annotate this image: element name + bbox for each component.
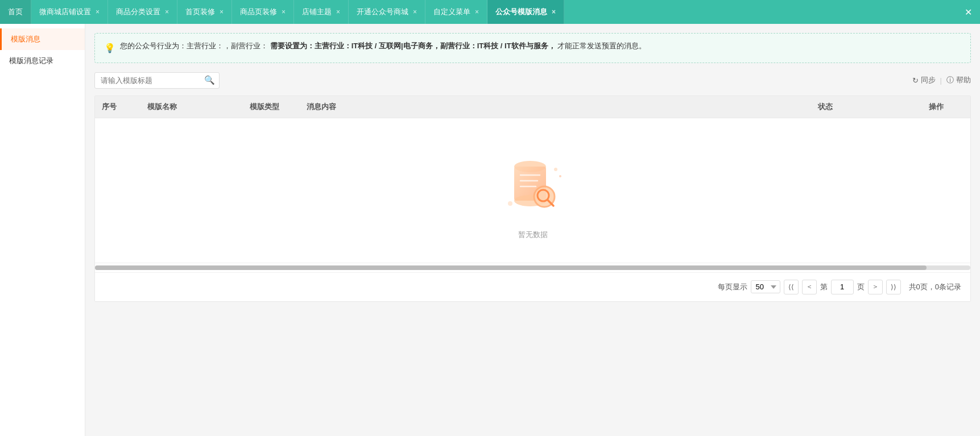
help-icon: ⓘ <box>946 75 954 85</box>
col-header-action: 操作 <box>902 96 970 118</box>
col-header-type: 模版类型 <box>243 96 300 118</box>
nav-tab-home[interactable]: 首页 <box>0 0 31 24</box>
empty-text: 暂无数据 <box>518 230 548 240</box>
col-header-content: 消息内容 <box>300 96 811 118</box>
page-size-label: 每页显示 <box>718 282 747 292</box>
close-tab-custom-menu[interactable]: × <box>475 8 479 16</box>
nav-tab-template-msg[interactable]: 公众号模版消息× <box>487 0 564 24</box>
nav-tab-product-decor[interactable]: 商品页装修× <box>232 0 294 24</box>
horizontal-scrollbar[interactable] <box>95 265 970 270</box>
nav-tab-home-decor[interactable]: 首页装修× <box>177 0 232 24</box>
svg-point-9 <box>554 168 557 171</box>
search-input-wrap: 🔍 <box>94 72 220 89</box>
nav-tab-micro-shop[interactable]: 微商城店铺设置× <box>31 0 108 24</box>
close-tab-open-mall[interactable]: × <box>413 8 417 16</box>
help-button[interactable]: ⓘ 帮助 <box>946 75 971 85</box>
nav-tab-product-category[interactable]: 商品分类设置× <box>108 0 177 24</box>
sync-button[interactable]: ↻ 同步 <box>912 75 936 85</box>
sync-label: 同步 <box>921 75 936 85</box>
empty-illustration <box>499 152 567 221</box>
toolbar-divider: | <box>940 76 942 85</box>
close-tab-shop-theme[interactable]: × <box>336 8 340 16</box>
col-header-seq: 序号 <box>95 96 140 118</box>
last-page-button[interactable]: ⟩⟩ <box>886 280 901 294</box>
prev-page-button[interactable]: ＜ <box>802 280 817 294</box>
notice-suffix: 才能正常发送预置的消息。 <box>557 41 646 50</box>
nav-tab-shop-theme[interactable]: 店铺主题× <box>294 0 349 24</box>
col-header-name: 模版名称 <box>140 96 243 118</box>
page-size-select[interactable]: 50 10 20 100 <box>751 280 780 293</box>
first-page-button[interactable]: ⟨⟨ <box>784 280 799 294</box>
toolbar-right: ↻ 同步 | ⓘ 帮助 <box>912 75 971 85</box>
data-table: 序号 模版名称 模版类型 消息内容 状态 操作 <box>94 95 971 302</box>
sidebar-item-template-msg[interactable]: 模版消息 <box>0 28 85 50</box>
search-row: 🔍 ↻ 同步 | ⓘ 帮助 <box>94 72 971 89</box>
close-tab-micro-shop[interactable]: × <box>96 8 100 16</box>
notice-icon: 💡 <box>104 41 115 56</box>
search-button[interactable]: 🔍 <box>204 75 215 85</box>
notice-text: 您的公众号行业为：主营行业：，副营行业： 需要设置为：主营行业：IT科技 / 互… <box>120 40 961 52</box>
notice-box: 💡 您的公众号行业为：主营行业：，副营行业： 需要设置为：主营行业：IT科技 /… <box>94 33 971 63</box>
table-header: 序号 模版名称 模版类型 消息内容 状态 操作 <box>95 96 970 118</box>
next-page-button[interactable]: ＞ <box>868 280 883 294</box>
nav-tab-custom-menu[interactable]: 自定义菜单× <box>425 0 487 24</box>
close-tab-product-decor[interactable]: × <box>282 8 286 16</box>
nav-tab-open-mall[interactable]: 开通公众号商城× <box>349 0 425 24</box>
page-label-after: 页 <box>857 282 865 292</box>
close-tab-product-category[interactable]: × <box>165 8 169 16</box>
page-label-before: 第 <box>820 282 828 292</box>
top-nav: 首页微商城店铺设置×商品分类设置×首页装修×商品页装修×店铺主题×开通公众号商城… <box>0 0 980 24</box>
pagination-row: 每页显示 50 10 20 100 ⟨⟨ ＜ 第 页 ＞ ⟩⟩ 共0页，0条记录 <box>95 272 970 301</box>
sidebar-item-template-record[interactable]: 模版消息记录 <box>0 50 85 72</box>
sync-icon: ↻ <box>912 76 919 85</box>
close-tab-home-decor[interactable]: × <box>220 8 224 16</box>
svg-point-11 <box>508 201 512 206</box>
empty-state: 暂无数据 <box>95 118 970 263</box>
close-tab-template-msg[interactable]: × <box>552 8 556 16</box>
svg-point-10 <box>559 175 561 177</box>
search-input[interactable] <box>94 72 220 89</box>
col-header-status: 状态 <box>811 96 902 118</box>
sidebar: 模版消息模版消息记录 <box>0 24 85 436</box>
main-layout: 模版消息模版消息记录 💡 您的公众号行业为：主营行业：，副营行业： 需要设置为：… <box>0 24 980 436</box>
total-info: 共0页，0条记录 <box>909 282 961 292</box>
help-label: 帮助 <box>956 75 971 85</box>
notice-prefix: 您的公众号行业为：主营行业：，副营行业： <box>120 41 268 50</box>
current-page-input[interactable] <box>831 280 854 294</box>
content-area: 💡 您的公众号行业为：主营行业：，副营行业： 需要设置为：主营行业：IT科技 /… <box>85 24 980 436</box>
close-all-button[interactable]: ✕ <box>957 0 980 24</box>
notice-highlight: 需要设置为：主营行业：IT科技 / 互联网|电子商务，副营行业：IT科技 / I… <box>270 41 556 50</box>
